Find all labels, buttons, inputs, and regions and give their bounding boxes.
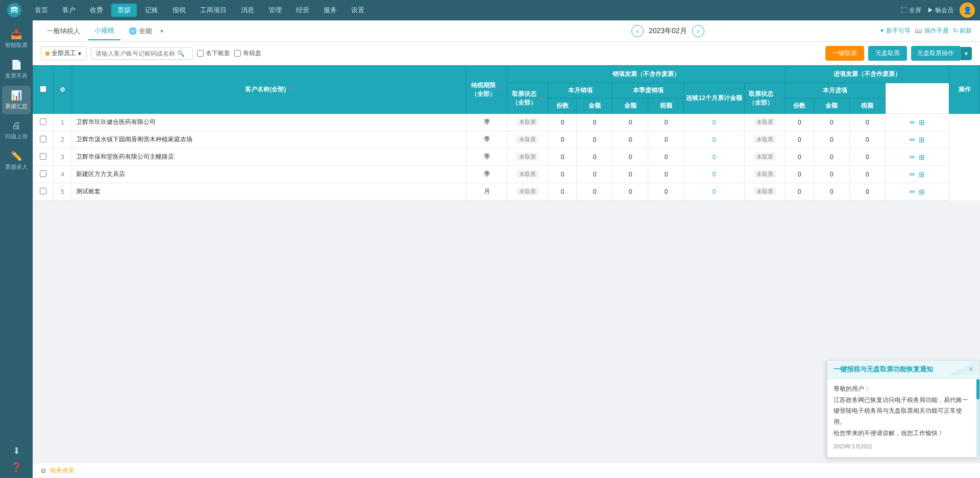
smart-fetch-icon: 📥: [11, 29, 22, 40]
sidebar-item-invoice-issue[interactable]: 📄 发票开具: [2, 55, 31, 84]
th-consecutive12: 连续12个月累计金额: [684, 83, 744, 114]
tab-general-taxpayer[interactable]: 一般纳税人: [41, 22, 86, 40]
notification-title: 一键报税与无盘取票功能恢复通知: [834, 365, 933, 374]
my-accounts-label: 名下账套: [206, 49, 230, 58]
th-sales-quarter-tax: 税额: [648, 98, 684, 114]
row-month-sales-shares-2: 0: [548, 148, 577, 166]
edit-icon-2[interactable]: ✏: [910, 153, 916, 161]
nav-home[interactable]: 首页: [29, 4, 54, 17]
th-purchase-month-tax: 税额: [849, 98, 885, 114]
nav-tax[interactable]: 报税: [166, 4, 192, 17]
period-prev-btn[interactable]: ‹: [631, 25, 644, 37]
my-accounts-checkbox[interactable]: [197, 50, 204, 57]
logo[interactable]: [5, 1, 23, 19]
sub-tabs-right-actions: ✦ 新手引导 📖 操作手册 ↻ 刷新: [879, 27, 972, 35]
search-icon[interactable]: 🔍: [177, 50, 185, 57]
nav-customer[interactable]: 客户: [56, 4, 82, 17]
row-month-purchase-tax-4: 0: [849, 183, 885, 200]
row-month-purchase-shares-4: 0: [785, 183, 814, 200]
footer: ⊙ 税务政策: [33, 463, 980, 478]
tab-all[interactable]: 🌐 全能: [122, 22, 158, 40]
row-quarter-sales-amount-0: 0: [612, 114, 648, 131]
view-icon-1[interactable]: ⊞: [919, 136, 925, 144]
checkbox-my-accounts[interactable]: 名下账套: [197, 49, 230, 58]
edit-icon-4[interactable]: ✏: [910, 188, 916, 196]
tab-small-scale[interactable]: 小规模: [88, 22, 120, 40]
nav-management[interactable]: 管理: [262, 4, 288, 17]
download-icon[interactable]: ⬇: [13, 445, 20, 457]
row-fetch-status-sales-2: 未取票: [507, 148, 548, 166]
row-month-purchase-shares-1: 0: [785, 131, 814, 148]
view-icon-2[interactable]: ⊞: [919, 153, 925, 161]
row-checkbox-1[interactable]: [40, 136, 46, 142]
notification-date: 2023年3月20日: [834, 442, 973, 452]
toolbar: 全部员工 ▾ 🔍 名下账套 有税盘 一键取票 无盘取票 无盘取票操作 ▾: [33, 42, 980, 65]
customer-name-filter-icon[interactable]: ▼: [288, 87, 293, 92]
fullscreen-btn[interactable]: ⛶ 全屏: [901, 6, 921, 15]
fetch-status-purchase-filter-icon[interactable]: ▼: [775, 95, 780, 101]
row-month-purchase-tax-0: 0: [849, 114, 885, 131]
row-fetch-status-purchase-2: 未取票: [744, 148, 785, 166]
edit-icon-0[interactable]: ✏: [910, 118, 916, 127]
tax-policy-link[interactable]: 税务政策: [50, 466, 75, 475]
sidebar-item-scan-upload[interactable]: 🖨 扫描上传: [2, 116, 31, 144]
period-next-btn[interactable]: ›: [692, 25, 704, 37]
row-quarter-sales-tax-3: 0: [648, 166, 684, 183]
table-row: 5 测试账套 月 未取票 0 0 0 0 0 未取票 0 0 0 ✏ ⊞: [33, 183, 980, 200]
checkbox-has-tax-disk[interactable]: 有税盘: [234, 49, 261, 58]
no-disk-operation-split: 无盘取票操作 ▾: [911, 46, 972, 61]
nav-invoice[interactable]: 票据: [111, 4, 137, 17]
row-checkbox-0[interactable]: [40, 118, 46, 125]
row-consecutive12-4: 0: [684, 183, 744, 200]
nav-settings[interactable]: 设置: [345, 4, 371, 17]
nav-fee[interactable]: 收费: [84, 4, 109, 17]
view-icon-4[interactable]: ⊞: [919, 188, 925, 196]
th-settings: ⚙: [54, 66, 72, 114]
sidebar-item-invoice-summary[interactable]: 📊 票据汇总: [2, 86, 31, 114]
new-guide-btn[interactable]: ✦ 新手引导: [879, 27, 911, 35]
nav-operation[interactable]: 经营: [290, 4, 315, 17]
row-tax-period-1: 季: [467, 131, 507, 148]
help-icon[interactable]: ❓: [11, 462, 22, 473]
has-tax-disk-label: 有税盘: [243, 49, 261, 58]
no-disk-operation-dropdown[interactable]: ▾: [960, 47, 972, 60]
row-checkbox-2[interactable]: [40, 153, 46, 160]
row-customer-name-2: 卫辉市保和堂医药有限公司主幢路店: [72, 148, 467, 166]
sidebar-item-invoice-entry[interactable]: ✏️ 票据录入: [2, 146, 31, 175]
table-row: 2 卫辉市汲水镇下园闻香阁营木种植家庭农场 季 未取票 0 0 0 0 0 未取…: [33, 131, 980, 148]
sidebar-label-smart-fetch: 智能取票: [5, 41, 28, 49]
no-disk-operation-btn[interactable]: 无盘取票操作: [911, 46, 960, 61]
search-input[interactable]: [95, 50, 177, 57]
has-tax-disk-checkbox[interactable]: [234, 50, 241, 57]
nav-bookkeeping[interactable]: 记账: [139, 4, 164, 17]
notification-scrollbar[interactable]: [976, 379, 979, 457]
edit-icon-1[interactable]: ✏: [910, 136, 916, 144]
row-checkbox-3[interactable]: [40, 170, 46, 177]
nav-business[interactable]: 工商项目: [194, 4, 233, 17]
th-sales-quarter-amount: 金额: [612, 98, 648, 114]
nav-service[interactable]: 服务: [317, 4, 343, 17]
nav-message[interactable]: 消息: [235, 4, 260, 17]
sidebar-item-smart-fetch[interactable]: 📥 智能取票: [2, 24, 31, 53]
view-icon-3[interactable]: ⊞: [919, 170, 925, 179]
view-icon-0[interactable]: ⊞: [919, 118, 925, 127]
tab-all-dropdown[interactable]: ▾: [160, 28, 163, 35]
refresh-btn[interactable]: ↻ 刷新: [953, 27, 972, 35]
fetch-status-sales-filter-icon[interactable]: ▼: [538, 95, 544, 101]
one-key-fetch-btn[interactable]: 一键取票: [825, 46, 864, 61]
employee-select[interactable]: 全部员工 ▾: [41, 46, 87, 60]
no-disk-fetch-btn[interactable]: 无盘取票: [868, 46, 907, 61]
row-fetch-status-purchase-3: 未取票: [744, 166, 785, 183]
user-avatar[interactable]: 👤: [960, 3, 975, 18]
edit-icon-3[interactable]: ✏: [910, 170, 916, 179]
main-table: ⚙ 客户名称(全部)▼ 纳税期限（全部）▼ 销项发票（不含作废票） 进项发票（不…: [33, 65, 980, 200]
member-btn[interactable]: ▶ 畅会员: [927, 6, 953, 15]
operation-manual-btn[interactable]: 📖 操作手册: [915, 27, 948, 35]
select-all-checkbox[interactable]: [40, 86, 46, 92]
tax-period-filter-icon[interactable]: ▼: [498, 87, 503, 92]
period-nav-area: ‹ 2023年02月 ›: [460, 25, 875, 37]
row-quarter-sales-tax-2: 0: [648, 148, 684, 166]
row-checkbox-4[interactable]: [40, 188, 46, 194]
row-month-purchase-tax-1: 0: [849, 131, 885, 148]
row-month-sales-shares-0: 0: [548, 114, 577, 131]
